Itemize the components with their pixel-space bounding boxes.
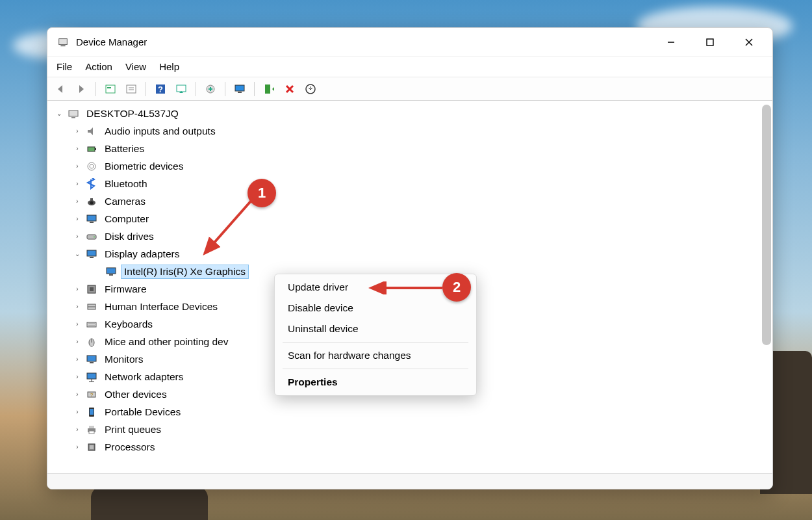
chevron-right-icon[interactable]: ›	[72, 319, 82, 330]
svg-rect-37	[90, 287, 94, 291]
svg-rect-13	[177, 85, 186, 92]
network-icon	[85, 370, 98, 384]
svg-text:?: ?	[158, 84, 163, 94]
svg-rect-19	[69, 110, 78, 116]
minimize-button[interactable]	[661, 32, 681, 53]
menu-action[interactable]: Action	[85, 61, 112, 72]
monitor-icon	[85, 353, 98, 366]
chevron-right-icon[interactable]: ›	[72, 372, 82, 382]
ctx-properties[interactable]: Properties	[275, 372, 476, 393]
tree-item-label: Other devices	[102, 388, 170, 401]
tree-category[interactable]: ›Biometric devices	[47, 157, 772, 175]
toolbar-separator	[146, 82, 146, 96]
show-hidden-icon[interactable]	[101, 80, 120, 98]
svg-rect-47	[87, 373, 96, 379]
tree-category[interactable]: ›Cameras	[47, 192, 772, 210]
svg-rect-20	[71, 117, 75, 118]
chevron-right-icon[interactable]: ›	[72, 424, 82, 435]
chevron-right-icon[interactable]: ›	[72, 442, 82, 452]
tree-item-label: Human Interface Devices	[102, 300, 220, 313]
help-icon[interactable]: ?	[151, 80, 170, 98]
tree-category[interactable]: ›Bluetooth	[47, 175, 772, 192]
svg-rect-33	[90, 257, 94, 258]
toolbar-separator	[196, 82, 196, 96]
svg-rect-21	[88, 147, 95, 151]
svg-rect-35	[109, 274, 113, 276]
chevron-right-icon[interactable]: ›	[72, 302, 82, 312]
enable-icon[interactable]	[260, 80, 278, 98]
chevron-down-icon[interactable]: ⌄	[54, 109, 64, 119]
annotation-badge-2: 2	[442, 273, 471, 302]
chevron-right-icon[interactable]: ›	[72, 161, 82, 172]
menu-help[interactable]: Help	[159, 61, 179, 72]
scrollbar[interactable]	[762, 105, 771, 345]
chevron-right-icon[interactable]: ›	[72, 196, 82, 207]
tree-category[interactable]: ›Portable Devices	[47, 403, 772, 421]
portable-icon	[85, 406, 98, 419]
hid-icon	[85, 300, 98, 313]
tree-category[interactable]: ›Processors	[47, 438, 772, 456]
remove-icon[interactable]	[281, 80, 299, 98]
svg-rect-40	[87, 322, 96, 327]
chevron-right-icon[interactable]: ›	[72, 389, 82, 400]
properties-icon[interactable]	[122, 80, 140, 98]
back-icon[interactable]	[51, 80, 70, 98]
ctx-uninstall-device[interactable]: Uninstall device	[275, 318, 476, 339]
svg-rect-46	[90, 362, 94, 363]
svg-rect-29	[90, 222, 94, 223]
keyboard-icon	[85, 318, 98, 331]
menu-file[interactable]: File	[57, 61, 72, 72]
svg-point-26	[90, 201, 94, 204]
add-legacy-icon[interactable]	[201, 80, 220, 98]
chevron-down-icon[interactable]: ⌄	[72, 249, 82, 259]
other-icon: ?	[85, 388, 98, 401]
monitor-icon[interactable]	[231, 80, 249, 98]
disk-icon	[85, 230, 98, 243]
tree-category[interactable]: ›Computer	[47, 210, 772, 228]
display-icon	[105, 265, 118, 278]
ctx-scan-hardware[interactable]: Scan for hardware changes	[275, 345, 476, 366]
menu-separator	[283, 342, 468, 343]
svg-rect-22	[95, 148, 96, 150]
tree-item-label: Network adapters	[102, 370, 186, 384]
menu-separator	[283, 369, 468, 369]
chevron-right-icon[interactable]: ›	[72, 284, 82, 294]
tree-item-label: Batteries	[102, 142, 147, 155]
chevron-right-icon[interactable]: ›	[72, 126, 82, 136]
tree-category[interactable]: ›Batteries	[47, 140, 772, 157]
svg-point-23	[88, 162, 95, 170]
firmware-icon	[85, 283, 98, 296]
tree-item-label: Processors	[102, 441, 158, 454]
chevron-right-icon[interactable]: ›	[72, 337, 82, 347]
tree-category[interactable]: ›Audio inputs and outputs	[47, 122, 772, 140]
window-title: Device Manager	[76, 36, 147, 47]
chevron-right-icon[interactable]: ›	[72, 407, 82, 417]
menu-view[interactable]: View	[125, 61, 146, 72]
tree-category[interactable]: ›Print queues	[47, 421, 772, 438]
tree-item-label: Mice and other pointing dev	[102, 335, 231, 348]
close-button[interactable]	[739, 32, 759, 53]
chevron-right-icon[interactable]: ›	[72, 231, 82, 242]
tree-category[interactable]: ›Disk drives	[47, 228, 772, 245]
tree-root[interactable]: ⌄ DESKTOP-4L537JQ	[47, 105, 772, 122]
chevron-right-icon[interactable]: ›	[72, 354, 82, 365]
computer-icon	[85, 213, 98, 226]
toolbar-separator	[95, 82, 96, 96]
update-icon[interactable]	[301, 80, 320, 98]
chevron-right-icon[interactable]: ›	[72, 144, 82, 154]
chevron-right-icon[interactable]: ›	[72, 179, 82, 189]
tree-category[interactable]: ⌄Display adapters	[47, 245, 772, 263]
svg-rect-58	[90, 445, 94, 449]
chevron-right-icon[interactable]: ›	[72, 214, 82, 224]
tree-item-label: Print queues	[102, 423, 164, 436]
tree-item-label: Monitors	[102, 353, 146, 366]
svg-rect-17	[265, 84, 270, 94]
scan-icon[interactable]	[172, 80, 190, 98]
maximize-button[interactable]	[700, 32, 720, 53]
status-bar	[47, 473, 772, 489]
ctx-disable-device[interactable]: Disable device	[275, 298, 476, 318]
forward-icon[interactable]	[72, 80, 90, 98]
svg-rect-7	[107, 87, 111, 88]
tree-item-label: Keyboards	[102, 318, 155, 331]
tree-item-label: Biometric devices	[102, 160, 186, 173]
